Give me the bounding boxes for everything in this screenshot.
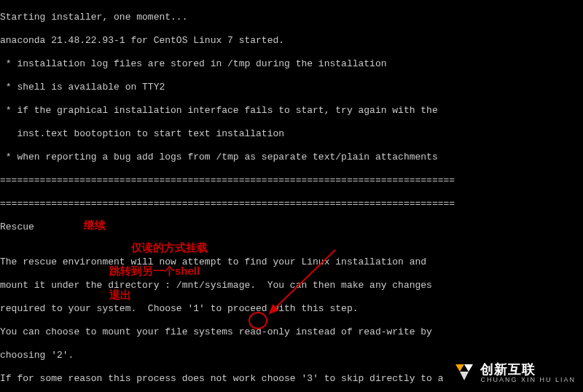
annotation-readonly: 仅读的方式挂载 [131, 241, 208, 255]
watermark-text-en: CHUANG XIN HU LIAN [480, 376, 576, 383]
line-p5: choosing '2'. [0, 350, 583, 361]
annotation-quit: 退出 [109, 289, 131, 302]
line-bullet-4: * when reporting a bug add logs from /tm… [0, 152, 583, 163]
terminal-output: Starting installer, one moment... anacon… [0, 0, 583, 392]
annotation-continue: 继续 [84, 219, 106, 232]
line-bullet-3: * if the graphical installation interfac… [0, 105, 583, 117]
line-sep-1: ========================================… [0, 175, 583, 187]
line-starting: Starting installer, one moment... [0, 12, 583, 23]
watermark-text-cn: 创新互联 [480, 363, 576, 376]
annotation-skip-shell: 跳转到另一个shell [109, 264, 200, 278]
watermark-logo-icon [453, 361, 476, 385]
line-sep-2: ========================================… [0, 198, 583, 210]
line-p4: You can choose to mount your file system… [0, 326, 583, 338]
line-p3: required to your system. Choose '1' to p… [0, 303, 583, 315]
line-bullet-3b: inst.text bootoption to start text insta… [0, 128, 583, 140]
watermark: 创新互联 CHUANG XIN HU LIAN [453, 361, 576, 385]
line-p2: mount it under the directory : /mnt/sysi… [0, 280, 583, 291]
line-bullet-2: * shell is available on TTY2 [0, 82, 583, 93]
line-p1: The rescue environment will now attempt … [0, 256, 583, 268]
line-bullet-1: * installation log files are stored in /… [0, 58, 583, 70]
line-anaconda: anaconda 21.48.22.93-1 for CentOS Linux … [0, 35, 583, 47]
input-highlight-circle [249, 312, 267, 329]
